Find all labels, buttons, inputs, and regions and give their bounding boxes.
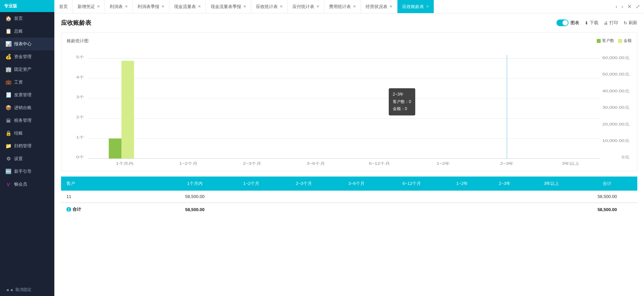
tab-close-ar-stats[interactable]: ✕ xyxy=(280,4,283,9)
sidebar-item-payroll[interactable]: 💼 工资 xyxy=(0,76,54,89)
pin-icon: ◄◄ xyxy=(5,288,13,292)
sidebar-item-label: 新手引导 xyxy=(14,168,32,175)
tab-profit[interactable]: 利润表 ✕ xyxy=(105,0,133,13)
tab-close-profit-quarter[interactable]: ✕ xyxy=(161,4,164,9)
tab-nav: 首页 新增凭证 ✕ 利润表 ✕ 利润表季报 ✕ 现金流量表 ✕ 现金流量表季报 … xyxy=(54,0,611,13)
sidebar-item-guide[interactable]: 🆕 新手引导 xyxy=(0,165,54,178)
sidebar-item-tax[interactable]: 🏛 税务管理 xyxy=(0,114,54,127)
tab-home[interactable]: 首页 xyxy=(54,0,73,13)
chart-title: 账龄统计图 xyxy=(67,38,632,44)
cell-total: 58,500.00 xyxy=(577,191,637,203)
tab-close-ap-stats[interactable]: ✕ xyxy=(316,4,319,9)
sales-icon: 📦 xyxy=(5,105,11,111)
tab-voucher[interactable]: 新增凭证 ✕ xyxy=(73,0,105,13)
cell-customer: 11 xyxy=(61,191,165,203)
page-inner: 应收账龄表 图表 ⬇ 下载 🖨 打印 ↻ xyxy=(54,13,644,296)
tab-ap-stats[interactable]: 应付统计表 ✕ xyxy=(288,0,324,13)
footer-m3-6 xyxy=(330,203,383,216)
home-icon: 🏠 xyxy=(5,15,11,21)
print-btn[interactable]: 🖨 打印 xyxy=(604,20,618,26)
svg-text:3年以上: 3年以上 xyxy=(562,161,579,165)
tab-close-voucher[interactable]: ✕ xyxy=(97,4,100,9)
tab-cashflow[interactable]: 现金流量表 ✕ xyxy=(169,0,206,13)
chart-toggle-label: 图表 xyxy=(571,20,579,26)
legend-customers-dot xyxy=(597,39,601,43)
footer-m1-2 xyxy=(225,203,278,216)
tab-prev-btn[interactable]: ‹ xyxy=(614,3,619,10)
tab-close-profit[interactable]: ✕ xyxy=(125,4,128,9)
svg-text:2个: 2个 xyxy=(76,115,84,119)
svg-text:1~2个月: 1~2个月 xyxy=(179,161,197,165)
sidebar-item-home[interactable]: 🏠 首页 xyxy=(0,12,54,25)
tab-close-cashflow-quarter[interactable]: ✕ xyxy=(243,4,246,9)
data-table: 客户 1个月内 1~2个月 2~3个月 3~6个月 6~12个月 1~2年 2~… xyxy=(61,177,637,216)
sidebar-item-label: 首页 xyxy=(14,15,23,21)
tab-expand-btn[interactable]: ⤢ xyxy=(634,3,641,10)
tab-profit-quarter[interactable]: 利润表季报 ✕ xyxy=(133,0,169,13)
tab-close-ar-aging[interactable]: ✕ xyxy=(426,4,429,9)
sidebar-item-sales[interactable]: 📦 进销台账 xyxy=(0,101,54,114)
sidebar-item-invoice[interactable]: 🧾 发票管理 xyxy=(0,89,54,101)
download-btn[interactable]: ⬇ 下载 xyxy=(585,20,598,26)
col-header-m2-3: 2~3个月 xyxy=(277,177,330,191)
sidebar-item-closing[interactable]: 🔒 结账 xyxy=(0,127,54,140)
sidebar-item-funds[interactable]: 💰 资金管理 xyxy=(0,50,54,63)
closing-icon: 🔒 xyxy=(5,130,11,136)
bar-amount-0[interactable] xyxy=(121,61,134,158)
sidebar-item-label: 归档管理 xyxy=(14,143,32,149)
svg-text:60,000.00元: 60,000.00元 xyxy=(602,56,629,60)
tab-close-operation-stats[interactable]: ✕ xyxy=(389,4,392,9)
svg-text:4个: 4个 xyxy=(76,75,84,79)
bar-customers-0[interactable] xyxy=(109,139,121,159)
page-title: 应收账龄表 xyxy=(61,19,91,27)
svg-text:2~3年: 2~3年 xyxy=(500,161,514,165)
svg-text:5个: 5个 xyxy=(76,55,84,59)
svg-text:3个: 3个 xyxy=(76,95,84,99)
footer-m6-12 xyxy=(383,203,441,216)
svg-text:2~3个月: 2~3个月 xyxy=(243,161,261,165)
col-header-y2-3: 2~3年 xyxy=(483,177,526,191)
col-header-total: 合计 xyxy=(577,177,637,191)
tab-cashflow-quarter[interactable]: 现金流量表季报 ✕ xyxy=(206,0,251,13)
sidebar-item-ledger[interactable]: 📋 总账 xyxy=(0,25,54,38)
sidebar-item-reports[interactable]: 📊 报表中心 xyxy=(0,38,54,50)
chart-toggle[interactable]: 图表 xyxy=(556,19,579,26)
footer-m1: 58,500.00 xyxy=(165,203,225,216)
chart-toggle-switch[interactable] xyxy=(556,19,569,26)
svg-text:10,000.00元: 10,000.00元 xyxy=(602,139,629,143)
col-header-m6-12: 6~12个月 xyxy=(383,177,441,191)
svg-text:6~12个月: 6~12个月 xyxy=(369,161,390,165)
ledger-icon: 📋 xyxy=(5,28,11,34)
table-header-row: 客户 1个月内 1~2个月 2~3个月 3~6个月 6~12个月 1~2年 2~… xyxy=(61,177,637,191)
tab-ar-stats[interactable]: 应收统计表 ✕ xyxy=(251,0,288,13)
tabbar-controls: ‹ › ✕ ⤢ xyxy=(611,3,644,10)
svg-text:3~6个月: 3~6个月 xyxy=(307,161,325,165)
refresh-btn[interactable]: ↻ 刷新 xyxy=(624,20,637,26)
sidebar-item-archive[interactable]: 📁 归档管理 xyxy=(0,140,54,152)
sidebar-item-label: 畅会员 xyxy=(14,181,27,187)
cell-m1: 58,500.00 xyxy=(165,191,225,203)
cell-y2-3 xyxy=(483,191,526,203)
tab-close-all-btn[interactable]: ✕ xyxy=(626,3,633,10)
tab-next-btn[interactable]: › xyxy=(620,3,625,10)
sidebar-pin-toggle[interactable]: ◄◄ 取消固定 xyxy=(0,284,54,296)
legend-amount-label: 金额 xyxy=(624,38,632,44)
tab-operation-stats[interactable]: 经营状况表 ✕ xyxy=(361,0,397,13)
sidebar-item-settings[interactable]: ⚙ 设置 xyxy=(0,152,54,165)
svg-text:1个月内: 1个月内 xyxy=(116,161,133,165)
settings-icon: ⚙ xyxy=(5,156,11,162)
col-header-y1-2: 1~2年 xyxy=(441,177,483,191)
tab-ar-aging[interactable]: 应收账龄表 ✕ xyxy=(397,0,434,13)
sidebar-item-assets[interactable]: 🏢 固定资产 xyxy=(0,63,54,76)
invoice-icon: 🧾 xyxy=(5,92,11,98)
svg-text:0个: 0个 xyxy=(76,155,84,159)
assets-icon: 🏢 xyxy=(5,66,11,72)
sidebar-item-vip[interactable]: V 畅会员 xyxy=(0,178,54,191)
tab-close-cashflow[interactable]: ✕ xyxy=(198,4,201,9)
app-logo: 专业版 xyxy=(0,0,54,12)
table-footer-row: ∑ 合计 58,500.00 58,500.00 xyxy=(61,203,637,216)
footer-y1-2 xyxy=(441,203,483,216)
tab-close-expense-stats[interactable]: ✕ xyxy=(353,4,356,9)
vip-icon: V xyxy=(5,182,11,187)
tab-expense-stats[interactable]: 费用统计表 ✕ xyxy=(324,0,361,13)
